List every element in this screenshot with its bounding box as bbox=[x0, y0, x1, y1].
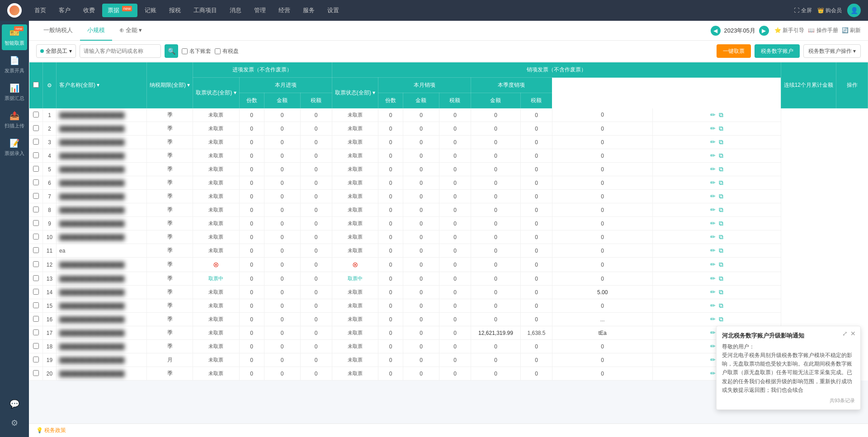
copy-icon[interactable]: ⧉ bbox=[719, 261, 723, 268]
edit-icon[interactable]: ✏ bbox=[710, 206, 716, 213]
sidebar-item-settings[interactable]: ⚙ bbox=[2, 414, 27, 432]
row-checkbox[interactable] bbox=[33, 220, 39, 226]
manual-button[interactable]: 📖 操作手册 bbox=[808, 27, 838, 34]
nav-operation[interactable]: 经营 bbox=[273, 4, 296, 17]
row-checkbox[interactable] bbox=[33, 316, 39, 322]
next-month-button[interactable]: ▶ bbox=[759, 26, 769, 36]
row-checkbox[interactable] bbox=[33, 329, 39, 335]
copy-icon[interactable]: ⧉ bbox=[719, 179, 723, 186]
row-checkbox[interactable] bbox=[33, 247, 39, 253]
row-checkbox[interactable] bbox=[33, 275, 39, 281]
copy-icon[interactable]: ⧉ bbox=[719, 138, 723, 146]
taxdisk-checkbox[interactable] bbox=[215, 48, 221, 54]
nav-ticket[interactable]: 票据 new bbox=[102, 4, 137, 17]
search-button[interactable]: 🔍 bbox=[165, 44, 178, 58]
select-all-checkbox[interactable] bbox=[33, 82, 39, 88]
edit-icon[interactable]: ✏ bbox=[710, 356, 716, 363]
edit-icon[interactable]: ✏ bbox=[710, 329, 716, 336]
row-checkbox[interactable] bbox=[33, 166, 39, 172]
copy-icon[interactable]: ⧉ bbox=[719, 247, 723, 254]
row-checkbox[interactable] bbox=[33, 261, 39, 267]
prev-month-button[interactable]: ◀ bbox=[711, 26, 721, 36]
row-checkbox[interactable] bbox=[33, 139, 39, 145]
row-checkbox[interactable] bbox=[33, 289, 39, 295]
sidebar-item-smart-ticket[interactable]: 🎫 智能取票 new bbox=[2, 24, 27, 50]
row-checkbox[interactable] bbox=[33, 179, 39, 185]
row-checkbox[interactable] bbox=[33, 193, 39, 199]
edit-icon[interactable]: ✏ bbox=[710, 261, 716, 268]
edit-icon[interactable]: ✏ bbox=[710, 233, 716, 240]
nav-message[interactable]: 消息 bbox=[224, 4, 247, 17]
search-input[interactable] bbox=[80, 44, 161, 58]
nav-management[interactable]: 管理 bbox=[249, 4, 271, 17]
checkbox-taxdisk[interactable]: 有税盘 bbox=[215, 47, 239, 55]
popup-close-button[interactable]: ✕ bbox=[850, 330, 856, 337]
row-checkbox[interactable] bbox=[33, 207, 39, 212]
nav-business[interactable]: 工商项目 bbox=[188, 4, 222, 17]
copy-icon[interactable]: ⧉ bbox=[719, 193, 723, 200]
copy-icon[interactable]: ⧉ bbox=[719, 233, 723, 240]
edit-icon[interactable]: ✏ bbox=[710, 343, 716, 350]
row-checkbox[interactable] bbox=[33, 357, 39, 362]
edit-icon[interactable]: ✏ bbox=[710, 275, 716, 282]
tax-policy-link[interactable]: 💡 税务政策 bbox=[36, 427, 66, 434]
copy-icon[interactable]: ⧉ bbox=[719, 111, 723, 118]
popup-resize-button[interactable]: ⤢ bbox=[842, 330, 848, 337]
edit-icon[interactable]: ✏ bbox=[710, 193, 716, 200]
sidebar-item-ticket-summary[interactable]: 📊 票据汇总 bbox=[2, 80, 27, 105]
refresh-button[interactable]: 🔄 刷新 bbox=[842, 27, 861, 34]
edit-icon[interactable]: ✏ bbox=[710, 138, 716, 146]
one-key-ticket-button[interactable]: 一键取票 bbox=[717, 44, 751, 58]
checkbox-account[interactable]: 名下账套 bbox=[182, 47, 211, 55]
edit-icon[interactable]: ✏ bbox=[710, 152, 716, 159]
row-checkbox[interactable] bbox=[33, 302, 39, 308]
nav-home[interactable]: 首页 bbox=[29, 4, 52, 17]
row-checkbox[interactable] bbox=[33, 152, 39, 158]
row-checkbox[interactable] bbox=[33, 112, 39, 117]
edit-icon[interactable]: ✏ bbox=[710, 370, 716, 377]
edit-icon[interactable]: ✏ bbox=[710, 288, 716, 296]
tab-general-taxpayer[interactable]: 一般纳税人 bbox=[36, 21, 80, 41]
row-checkbox[interactable] bbox=[33, 343, 39, 349]
nav-customer[interactable]: 客户 bbox=[53, 4, 76, 17]
copy-icon[interactable]: ⧉ bbox=[719, 315, 723, 323]
tab-small-scale[interactable]: 小规模 bbox=[80, 21, 112, 41]
sidebar-item-scan-upload[interactable]: 📤 扫描上传 bbox=[2, 107, 27, 133]
edit-icon[interactable]: ✏ bbox=[710, 220, 716, 227]
employee-filter[interactable]: 全部员工 ▾ bbox=[36, 44, 76, 58]
tax-digital-account-op-button[interactable]: 税务数字账户操作 ▾ bbox=[803, 44, 861, 58]
row-checkbox[interactable] bbox=[33, 234, 39, 240]
sidebar-item-message[interactable]: 💬 bbox=[2, 395, 27, 413]
tax-digital-account-button[interactable]: 税务数字账户 bbox=[755, 44, 800, 58]
edit-icon[interactable]: ✏ bbox=[710, 179, 716, 186]
row-checkbox[interactable] bbox=[33, 370, 39, 376]
copy-icon[interactable]: ⧉ bbox=[719, 165, 723, 173]
edit-icon[interactable]: ✏ bbox=[710, 125, 716, 132]
edit-icon[interactable]: ✏ bbox=[710, 247, 716, 254]
sidebar-item-ticket-entry[interactable]: 📝 票据录入 bbox=[2, 135, 27, 160]
fullscreen-button[interactable]: ⛶ 全屏 bbox=[794, 7, 811, 14]
user-avatar[interactable]: 👤 bbox=[847, 4, 861, 17]
nav-tax[interactable]: 报税 bbox=[164, 4, 186, 17]
copy-icon[interactable]: ⧉ bbox=[719, 206, 723, 213]
tab-all-capability[interactable]: ⊕ 全能 ▾ bbox=[112, 21, 149, 41]
edit-icon[interactable]: ✏ bbox=[710, 315, 716, 323]
row-checkbox[interactable] bbox=[33, 125, 39, 131]
copy-icon[interactable]: ⧉ bbox=[719, 125, 723, 132]
copy-icon[interactable]: ⧉ bbox=[719, 275, 723, 282]
nav-accounting[interactable]: 记账 bbox=[139, 4, 162, 17]
nav-fee[interactable]: 收费 bbox=[78, 4, 100, 17]
account-checkbox[interactable] bbox=[182, 48, 188, 54]
copy-icon[interactable]: ⧉ bbox=[719, 152, 723, 159]
nav-setting[interactable]: 设置 bbox=[322, 4, 344, 17]
new-guide-button[interactable]: ⭐ 新手引导 bbox=[774, 27, 804, 34]
copy-icon[interactable]: ⧉ bbox=[719, 288, 723, 296]
copy-icon[interactable]: ⧉ bbox=[719, 220, 723, 227]
edit-icon[interactable]: ✏ bbox=[710, 111, 716, 118]
nav-service[interactable]: 服务 bbox=[297, 4, 320, 17]
vip-button[interactable]: 👑 购会员 bbox=[817, 7, 842, 14]
edit-icon[interactable]: ✏ bbox=[710, 302, 716, 309]
edit-icon[interactable]: ✏ bbox=[710, 165, 716, 173]
copy-icon[interactable]: ⧉ bbox=[719, 302, 723, 309]
sidebar-item-invoice-open[interactable]: 📄 发票开具 bbox=[2, 52, 27, 78]
